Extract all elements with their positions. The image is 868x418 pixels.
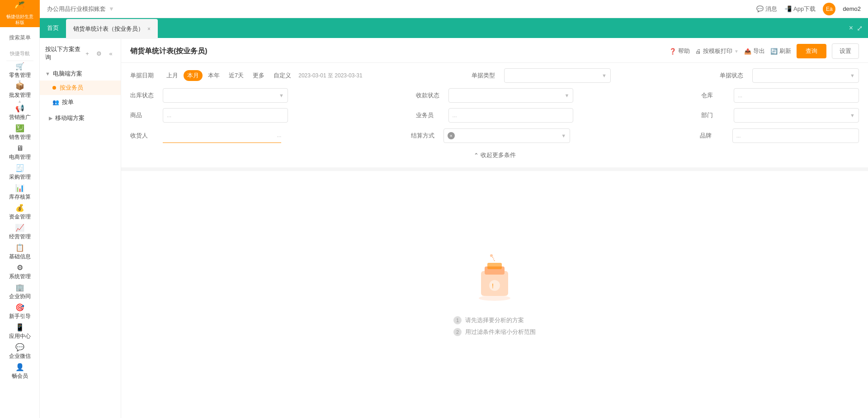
date-tag-this-year[interactable]: 本年 bbox=[204, 70, 223, 81]
expand-window-icon[interactable]: ⤢ bbox=[857, 24, 863, 33]
sidebar-item-appstore[interactable]: 📱 应用中心 bbox=[0, 322, 40, 342]
settings-scheme-button[interactable]: ⚙ bbox=[94, 49, 104, 58]
goods-more: ... bbox=[167, 112, 171, 119]
scheme-by-order[interactable]: 👥 按单 bbox=[40, 95, 121, 109]
filter-row-4: 收货人 ... 结算方式 × ▼ 品牌 ... bbox=[130, 128, 859, 143]
export-label: 导出 bbox=[753, 47, 765, 55]
collapse-panel-button[interactable]: « bbox=[106, 49, 115, 58]
warehouse-select[interactable]: ... bbox=[734, 88, 859, 103]
message-icon: 💬 bbox=[756, 5, 764, 12]
sidebar-item-purchase[interactable]: 🧾 采购管理 bbox=[0, 162, 40, 182]
collapse-filters-button[interactable]: ⌃ 收起更多条件 bbox=[465, 148, 525, 162]
sidebar-item-finance[interactable]: 💰 资金管理 bbox=[0, 202, 40, 222]
tab-close-icon[interactable]: × bbox=[147, 26, 151, 32]
settle-method-clear[interactable]: × bbox=[448, 132, 455, 139]
tabbar: 首页 销货单统计表（按业务员） × × ⤢ bbox=[40, 18, 868, 38]
brand-select[interactable]: ... bbox=[732, 128, 859, 143]
close-window-icon[interactable]: × bbox=[849, 24, 853, 32]
print-label: 按模板打印 bbox=[703, 47, 732, 55]
sidebar-search-area: 搜索菜单 bbox=[0, 27, 39, 48]
receipt-status-select[interactable]: ▼ bbox=[448, 88, 574, 103]
date-tag-last-7-days[interactable]: 近7天 bbox=[225, 70, 247, 81]
avatar[interactable]: Ea bbox=[823, 3, 835, 15]
out-status-select[interactable]: ▼ bbox=[163, 88, 288, 103]
sidebar-item-system[interactable]: ⚙ 系统管理 bbox=[0, 262, 40, 282]
username-label[interactable]: demo2 bbox=[843, 5, 861, 12]
sidebar-item-label-finance: 资金管理 bbox=[9, 213, 31, 221]
out-status-arrow-icon: ▼ bbox=[279, 93, 284, 98]
refresh-button[interactable]: 🔄 刷新 bbox=[770, 47, 791, 55]
page-header: 销货单统计表(按业务员) ❓ 帮助 🖨 按模板打印 ▼ 📤 导出 bbox=[121, 38, 868, 63]
date-tag-more[interactable]: 更多 bbox=[249, 70, 268, 81]
print-button[interactable]: 🖨 按模板打印 ▼ bbox=[695, 47, 739, 55]
salesperson-select[interactable]: ... bbox=[448, 108, 574, 123]
active-dot-icon bbox=[52, 86, 56, 90]
sidebar-item-basic[interactable]: 📋 基础信息 bbox=[0, 242, 40, 262]
doc-type-label: 单据类型 bbox=[472, 71, 499, 80]
tab-home[interactable]: 首页 bbox=[40, 18, 66, 38]
svg-line-6 bbox=[492, 256, 495, 261]
sidebar-item-marketing[interactable]: 📢 营销推广 bbox=[0, 103, 40, 123]
app-download-button[interactable]: 📲 App下载 bbox=[784, 5, 816, 13]
marketing-icon: 📢 bbox=[15, 104, 24, 113]
mobile-scheme-label: 移动端方案 bbox=[55, 114, 85, 122]
sidebar-item-retail[interactable]: 🛒 零售管理 ▼ bbox=[0, 63, 40, 83]
step-2-text: 用过滤条件来缩小分析范围 bbox=[465, 328, 536, 336]
sidebar-item-wechat[interactable]: 💬 企业微信 bbox=[0, 342, 40, 361]
basic-icon: 📋 bbox=[15, 243, 24, 252]
collapse-chevron-icon: ⌃ bbox=[474, 152, 479, 159]
search-menu-button[interactable]: 搜索菜单 bbox=[0, 32, 39, 44]
settings-button[interactable]: 设置 bbox=[832, 43, 859, 59]
sidebar-item-label-ecommerce: 电商管理 bbox=[9, 153, 31, 161]
date-tag-this-month[interactable]: 本月 bbox=[184, 70, 203, 81]
mobile-scheme-arrow: ▶ bbox=[49, 115, 52, 121]
sidebar: 🍊 畅捷信好生意 标版 搜索菜单 快捷导航 🛒 零售管理 ▼ 📦 批发管理 ▲ … bbox=[0, 0, 40, 418]
salesperson-more: ... bbox=[453, 112, 457, 119]
desktop-scheme-header[interactable]: ▼ 电脑端方案 bbox=[40, 67, 121, 81]
sidebar-logo[interactable]: 🍊 畅捷信好生意 标版 bbox=[0, 0, 40, 27]
scheme-by-salesperson[interactable]: 按业务员 bbox=[40, 81, 121, 95]
settle-method-select[interactable]: × ▼ bbox=[443, 128, 570, 143]
sidebar-item-inventory[interactable]: 📊 库存核算 bbox=[0, 182, 40, 202]
add-scheme-button[interactable]: + bbox=[83, 49, 92, 58]
sidebar-item-sales[interactable]: 💹 销售管理 bbox=[0, 123, 40, 142]
department-arrow-icon: ▼ bbox=[850, 113, 855, 118]
sidebar-item-ecommerce[interactable]: 🖥 电商管理 bbox=[0, 142, 40, 162]
goods-select[interactable]: ... bbox=[163, 108, 288, 123]
doc-status-select[interactable]: ▼ bbox=[752, 68, 859, 83]
print-icon: 🖨 bbox=[695, 48, 701, 55]
svg-point-4 bbox=[489, 280, 500, 291]
doc-type-select[interactable]: ▼ bbox=[504, 68, 611, 83]
receipt-status-label: 收款状态 bbox=[416, 91, 443, 100]
sidebar-item-label-basic: 基础信息 bbox=[9, 253, 31, 261]
department-select[interactable]: ▼ bbox=[734, 108, 859, 123]
sidebar-item-wholesale[interactable]: 📦 批发管理 ▲ bbox=[0, 83, 40, 103]
topbar-right: 💬 消息 📲 App下载 Ea demo2 bbox=[756, 3, 861, 15]
message-button[interactable]: 💬 消息 bbox=[756, 5, 777, 13]
date-range-text: 2023-03-01 至 2023-03-31 bbox=[298, 72, 362, 80]
sidebar-item-enterprise[interactable]: 🏢 企业协同 bbox=[0, 282, 40, 302]
mobile-scheme-section[interactable]: ▶ 移动端方案 bbox=[40, 111, 121, 125]
sidebar-item-operation[interactable]: 📈 经营管理 bbox=[0, 222, 40, 242]
date-tag-last-month[interactable]: 上月 bbox=[163, 70, 182, 81]
department-label: 部门 bbox=[701, 111, 728, 119]
step-2-num: 2 bbox=[453, 328, 462, 336]
export-button[interactable]: 📤 导出 bbox=[744, 47, 765, 55]
member-icon: 👤 bbox=[15, 363, 24, 371]
warehouse-more: ... bbox=[738, 92, 742, 99]
sidebar-item-label-inventory: 库存核算 bbox=[9, 193, 31, 201]
sidebar-item-member[interactable]: 👤 畅会员 bbox=[0, 361, 40, 381]
warehouse-label: 仓库 bbox=[701, 91, 728, 100]
filter-section: 单据日期 上月 本月 本年 近7天 更多 自定义 2023-03-01 至 20… bbox=[121, 63, 868, 167]
help-button[interactable]: ❓ 帮助 bbox=[669, 47, 690, 55]
query-button[interactable]: 查询 bbox=[797, 44, 826, 58]
svg-text:!: ! bbox=[492, 282, 494, 290]
date-tag-custom[interactable]: 自定义 bbox=[270, 70, 295, 81]
breadcrumb-text: 办公用品行业模拟账套 bbox=[47, 5, 106, 13]
sidebar-item-newbie[interactable]: 🎯 新手引导 bbox=[0, 302, 40, 322]
print-arrow-icon: ▼ bbox=[734, 49, 739, 54]
breadcrumb-sep: ▼ bbox=[108, 5, 114, 12]
tab-sales-report[interactable]: 销货单统计表（按业务员） × bbox=[66, 19, 158, 39]
consignee-input[interactable] bbox=[163, 128, 277, 142]
consignee-label: 收货人 bbox=[130, 132, 157, 140]
